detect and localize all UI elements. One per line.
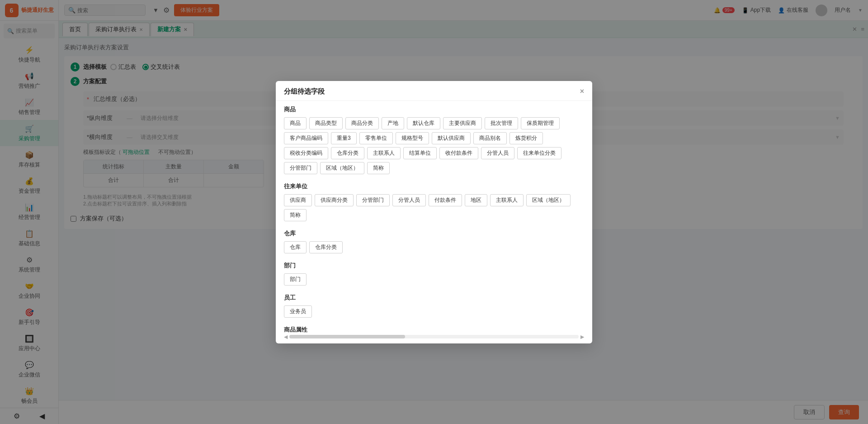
field-tag-salesperson[interactable]: 业务员	[284, 305, 312, 318]
field-tag-weight[interactable]: 重量3	[331, 132, 357, 144]
field-tag-batch-mgmt[interactable]: 批次管理	[485, 117, 518, 129]
modal-hscroll[interactable]: ◀ ▶	[276, 332, 592, 343]
category-partner: 往来单位 供应商 供应商分类 分管部门 分管人员 付款条件 地区 主联系人 区域…	[284, 182, 584, 221]
category-employee: 员工 业务员	[284, 294, 584, 318]
category-goods-attr-title: 商品属性	[284, 326, 584, 332]
modal-body: 商品 商品 商品类型 商品分类 产地 默认仓库 主要供应商 批次管理 保质期管理…	[276, 101, 592, 332]
field-tag-supplier[interactable]: 供应商	[284, 194, 312, 206]
category-goods: 商品 商品 商品类型 商品分类 产地 默认仓库 主要供应商 批次管理 保质期管理…	[284, 105, 584, 174]
field-tag-points[interactable]: 炼货积分	[509, 132, 543, 144]
field-tag-short-name[interactable]: 简称	[367, 162, 390, 174]
field-tag-spec[interactable]: 规格型号	[396, 132, 429, 144]
field-tag-region[interactable]: 区域（地区）	[320, 162, 364, 174]
category-dept-title: 部门	[284, 262, 584, 270]
field-tag-retail-unit[interactable]: 零售单位	[359, 132, 393, 144]
field-tag-shelf-life[interactable]: 保质期管理	[521, 117, 560, 129]
category-employee-tags: 业务员	[284, 305, 584, 318]
field-tag-partner-short[interactable]: 简称	[284, 209, 307, 221]
modal-title: 分组待选字段	[284, 87, 325, 96]
field-tag-origin[interactable]: 产地	[382, 117, 404, 129]
field-select-modal: 分组待选字段 × 商品 商品 商品类型 商品分类 产地 默认仓库 主要供应商 批…	[276, 81, 592, 343]
category-dept: 部门 部门	[284, 262, 584, 286]
field-tag-dept[interactable]: 分管部门	[284, 162, 317, 174]
field-tag-settle-unit[interactable]: 结算单位	[403, 147, 437, 159]
field-tag-partner-region[interactable]: 区域（地区）	[526, 194, 571, 206]
category-goods-tags: 商品 商品类型 商品分类 产地 默认仓库 主要供应商 批次管理 保质期管理 客户…	[284, 117, 584, 174]
field-tag-supplier-category[interactable]: 供应商分类	[315, 194, 354, 206]
field-tag-main-supplier[interactable]: 主要供应商	[443, 117, 482, 129]
category-warehouse: 仓库 仓库 仓库分类	[284, 229, 584, 253]
field-tag-partner-dept[interactable]: 分管部门	[356, 194, 390, 206]
modal-header: 分组待选字段 ×	[276, 81, 592, 101]
category-goods-title: 商品	[284, 105, 584, 114]
field-tag-payment-cond[interactable]: 付款条件	[429, 194, 462, 206]
field-tag-goods-category[interactable]: 商品分类	[345, 117, 379, 129]
field-tag-payment-terms[interactable]: 收付款条件	[439, 147, 478, 159]
field-tag-goods[interactable]: 商品	[284, 117, 307, 129]
category-partner-title: 往来单位	[284, 182, 584, 191]
category-warehouse-title: 仓库	[284, 229, 584, 238]
field-tag-unit-category[interactable]: 往来单位分类	[517, 147, 561, 159]
hscroll-track[interactable]	[289, 335, 579, 338]
field-tag-wh-category[interactable]: 仓库分类	[309, 241, 343, 253]
field-tag-warehouse-category[interactable]: 仓库分类	[331, 147, 364, 159]
field-tag-default-supplier[interactable]: 默认供应商	[432, 132, 471, 144]
field-tag-partner-contact[interactable]: 主联系人	[490, 194, 524, 206]
hscroll-right-arrow[interactable]: ▶	[580, 334, 584, 340]
field-tag-partner-person[interactable]: 分管人员	[392, 194, 426, 206]
field-tag-area[interactable]: 地区	[465, 194, 487, 206]
category-warehouse-tags: 仓库 仓库分类	[284, 241, 584, 253]
field-tag-default-warehouse[interactable]: 默认仓库	[407, 117, 440, 129]
modal-close-button[interactable]: ×	[580, 88, 584, 95]
category-employee-title: 员工	[284, 294, 584, 302]
field-tag-main-contact[interactable]: 主联系人	[367, 147, 401, 159]
category-goods-attr: 商品属性 属性 颜色 多规格 尺码 鞋码 1	[284, 326, 584, 332]
field-tag-customer-code[interactable]: 客户商品编码	[284, 132, 328, 144]
field-tag-warehouse[interactable]: 仓库	[284, 241, 307, 253]
field-tag-alias[interactable]: 商品别名	[473, 132, 507, 144]
hscroll-thumb	[289, 335, 405, 338]
hscroll-left-arrow[interactable]: ◀	[284, 334, 288, 340]
category-dept-tags: 部门	[284, 273, 584, 286]
field-tag-department[interactable]: 部门	[284, 273, 307, 286]
field-tag-manager[interactable]: 分管人员	[481, 147, 514, 159]
field-tag-goods-type[interactable]: 商品类型	[309, 117, 343, 129]
category-partner-tags: 供应商 供应商分类 分管部门 分管人员 付款条件 地区 主联系人 区域（地区） …	[284, 194, 584, 221]
field-tag-tax-code[interactable]: 税收分类编码	[284, 147, 328, 159]
